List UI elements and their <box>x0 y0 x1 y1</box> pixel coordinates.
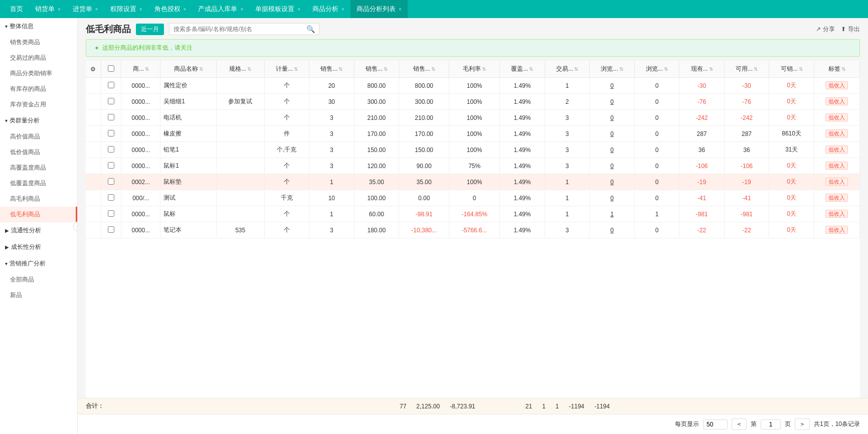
sidebar-item-all-goods[interactable]: 全部商品 <box>0 272 77 287</box>
table-header-row: ⚙ 商...⇅ 商品名称⇅ 规格...⇅ 计量...⇅ 销售...⇅ 销售...… <box>86 61 860 78</box>
nav-role[interactable]: 角色授权 × <box>148 0 193 18</box>
col-settings[interactable]: ⚙ <box>86 61 101 78</box>
row-sales-qty: 20 <box>309 78 355 94</box>
nav-product-in-close[interactable]: × <box>240 7 243 12</box>
nav-product-analysis-list[interactable]: 商品分析列表 × <box>351 0 408 18</box>
sidebar-item-low-margin[interactable]: 低毛利商品 <box>0 207 77 222</box>
content-area: 低毛利商品 近一月 🔍 ↗ 分享 ⬆ 导出 ✦ 这部分商品的利润非常低，请关注 <box>78 18 868 434</box>
row-browse1[interactable]: 0 <box>590 158 635 174</box>
sidebar-group-overall[interactable]: ▾ 整体信息 <box>0 18 77 35</box>
row-browse1[interactable]: 0 <box>590 94 635 110</box>
nav-home[interactable]: 首页 <box>4 0 29 18</box>
row-spec <box>216 190 264 206</box>
sidebar-item-high-margin[interactable]: 高毛利商品 <box>0 191 77 207</box>
row-settings <box>86 110 101 126</box>
sidebar-item-high-coverage[interactable]: 高覆盖度商品 <box>0 160 77 176</box>
time-filter-button[interactable]: 近一月 <box>136 24 164 35</box>
col-browse2[interactable]: 浏览...⇅ <box>634 61 679 78</box>
row-settings <box>86 174 101 190</box>
share-button[interactable]: ↗ 分享 <box>816 25 835 34</box>
select-all-checkbox[interactable] <box>108 65 114 72</box>
row-browse1[interactable]: 0 <box>590 142 635 158</box>
nav-template[interactable]: 单据模板设置 × <box>249 0 306 18</box>
row-browse1[interactable]: 0 <box>590 222 635 238</box>
row-checkbox[interactable] <box>101 94 121 110</box>
col-trade[interactable]: 交易...⇅ <box>545 61 590 78</box>
sidebar-item-traded-goods[interactable]: 交易过的商品 <box>0 50 77 66</box>
col-sales-qty[interactable]: 销售...⇅ <box>309 61 355 78</box>
col-sales-price[interactable]: 销售...⇅ <box>354 61 399 78</box>
nav-sales-order[interactable]: 销货单 × <box>29 0 67 18</box>
col-available[interactable]: 可用...⇅ <box>724 61 769 78</box>
row-checkbox[interactable] <box>101 110 121 126</box>
col-unit[interactable]: 计量...⇅ <box>264 61 309 78</box>
row-checkbox[interactable] <box>101 158 121 174</box>
table-row: 000/... 测试 千克 10 100.00 0.00 0 1.49% 1 0… <box>86 190 860 206</box>
col-salable[interactable]: 可销...⇅ <box>769 61 814 78</box>
row-checkbox[interactable] <box>101 126 121 142</box>
nav-product-analysis-list-close[interactable]: × <box>399 7 402 12</box>
row-browse1[interactable]: 0 <box>590 110 635 126</box>
nav-role-close[interactable]: × <box>184 7 187 12</box>
next-page-button[interactable]: ＞ <box>795 418 810 430</box>
sidebar-item-new-goods[interactable]: 新品 <box>0 287 77 303</box>
row-browse1[interactable]: 0 <box>590 190 635 206</box>
nav-product-analysis-close[interactable]: × <box>341 7 344 12</box>
col-sales-amount[interactable]: 销售...⇅ <box>399 61 449 78</box>
col-name[interactable]: 商品名称⇅ <box>160 61 216 78</box>
sidebar-item-high-value[interactable]: 高价值商品 <box>0 129 77 144</box>
row-checkbox[interactable] <box>101 206 121 222</box>
row-checkbox[interactable] <box>101 78 121 94</box>
sidebar-item-stock-goods[interactable]: 有库存的商品 <box>0 81 77 97</box>
page-input[interactable] <box>761 419 781 429</box>
col-tag[interactable]: 标签⇅ <box>814 61 859 78</box>
col-coverage[interactable]: 覆盖...⇅ <box>500 61 545 78</box>
row-code: 0000... <box>121 142 160 158</box>
search-icon[interactable]: 🔍 <box>306 25 315 33</box>
row-browse1[interactable]: 1 <box>590 206 635 222</box>
row-checkbox[interactable] <box>101 174 121 190</box>
row-name: 吴细细1 <box>160 94 216 110</box>
sidebar-group-marketing[interactable]: ▾ 营销推广分析 <box>0 255 77 272</box>
row-checkbox[interactable] <box>101 142 121 158</box>
sidebar-item-low-value[interactable]: 低价值商品 <box>0 144 77 160</box>
nav-purchase-order[interactable]: 进货单 × <box>67 0 104 18</box>
sidebar-item-stock-capital[interactable]: 库存资金占用 <box>0 97 77 112</box>
row-checkbox[interactable] <box>101 190 121 206</box>
row-checkbox[interactable] <box>101 222 121 238</box>
col-browse1[interactable]: 浏览...⇅ <box>590 61 635 78</box>
col-spec[interactable]: 规格...⇅ <box>216 61 264 78</box>
prev-page-button[interactable]: ＜ <box>732 418 747 430</box>
nav-purchase-order-close[interactable]: × <box>95 7 98 12</box>
share-icon: ↗ <box>816 26 821 33</box>
row-settings <box>86 126 101 142</box>
data-table-container[interactable]: ⚙ 商...⇅ 商品名称⇅ 规格...⇅ 计量...⇅ 销售...⇅ 销售...… <box>86 61 860 398</box>
row-code: 0002... <box>121 174 160 190</box>
nav-permission-close[interactable]: × <box>139 7 142 12</box>
nav-permission[interactable]: 权限设置 × <box>104 0 148 18</box>
sidebar-item-sales-goods[interactable]: 销售类商品 <box>0 35 77 50</box>
nav-product-analysis[interactable]: 商品分析 × <box>306 0 351 18</box>
sidebar-group-flow[interactable]: ▶ 流通性分析 <box>0 222 77 239</box>
row-browse1[interactable]: 0 <box>590 174 635 190</box>
row-sales-amount: 210.00 <box>399 110 449 126</box>
nav-template-close[interactable]: × <box>297 7 300 12</box>
sidebar-group-cluster[interactable]: ▾ 类群量分析 <box>0 112 77 129</box>
nav-product-in[interactable]: 产成品入库单 × <box>192 0 249 18</box>
row-browse1[interactable]: 0 <box>590 78 635 94</box>
sidebar-item-category-rate[interactable]: 商品分类助销率 <box>0 66 77 81</box>
nav-sales-order-close[interactable]: × <box>58 7 61 12</box>
col-checkbox-header[interactable] <box>101 61 121 78</box>
page-size-select[interactable]: 50 100 200 <box>703 419 728 429</box>
col-current-stock[interactable]: 现有...⇅ <box>679 61 725 78</box>
row-settings <box>86 94 101 110</box>
export-button[interactable]: ⬆ 导出 <box>841 25 860 34</box>
row-browse1[interactable]: 0 <box>590 126 635 142</box>
row-code: 0000... <box>121 78 160 94</box>
row-coverage: 1.49% <box>500 222 545 238</box>
sidebar-item-low-coverage[interactable]: 低覆盖度商品 <box>0 176 77 191</box>
sidebar-group-growth[interactable]: ▶ 成长性分析 <box>0 239 77 255</box>
search-input[interactable] <box>173 26 306 33</box>
col-gross-rate[interactable]: 毛利率⇅ <box>449 61 500 78</box>
col-code[interactable]: 商...⇅ <box>121 61 160 78</box>
